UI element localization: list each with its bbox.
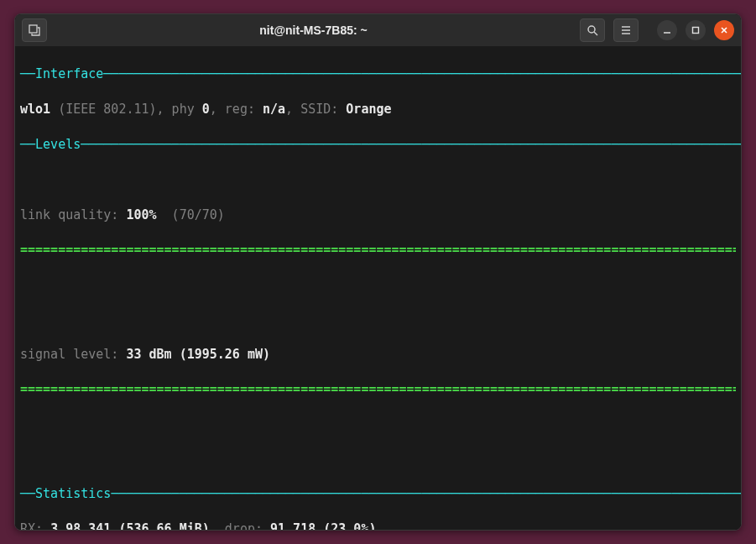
hamburger-icon xyxy=(620,24,632,36)
menu-button[interactable] xyxy=(613,18,639,42)
minimize-button[interactable] xyxy=(657,20,677,40)
svg-line-2 xyxy=(594,32,597,35)
rx-line: RX: 3,98,341 (536.66 MiB), drop: 91,718 … xyxy=(20,520,736,530)
titlebar: nit@nit-MS-7B85: ~ xyxy=(15,14,741,46)
maximize-button[interactable] xyxy=(686,20,706,40)
terminal-output[interactable]: ──Interface─────────────────────────────… xyxy=(15,46,741,530)
signal-level-bar: ========================================… xyxy=(20,382,736,396)
link-quality-bar: ========================================… xyxy=(20,243,736,257)
minimize-icon xyxy=(663,26,671,34)
section-interface: Interface xyxy=(35,66,103,81)
maximize-icon xyxy=(691,26,700,34)
link-quality-line: link quality: 100% (70/70) xyxy=(20,207,736,224)
section-divider: ── xyxy=(20,66,35,81)
section-statistics: Statistics xyxy=(35,486,111,501)
svg-rect-0 xyxy=(29,25,37,33)
new-tab-button[interactable] xyxy=(22,18,47,42)
search-icon xyxy=(587,24,598,36)
interface-line: wlo1 (IEEE 802.11), phy 0, reg: n/a, SSI… xyxy=(20,101,736,118)
section-levels: Levels xyxy=(35,137,81,152)
new-tab-icon xyxy=(29,24,40,36)
signal-level-line: signal level: 33 dBm (1995.26 mW) xyxy=(20,346,736,364)
close-button[interactable] xyxy=(714,20,734,40)
search-button[interactable] xyxy=(580,18,605,42)
close-icon xyxy=(720,26,728,34)
svg-point-1 xyxy=(588,26,595,33)
terminal-window: nit@nit-MS-7B85: ~ ──Interface──────────… xyxy=(14,13,742,531)
svg-rect-7 xyxy=(693,28,699,34)
window-title: nit@nit-MS-7B85: ~ xyxy=(49,24,578,37)
